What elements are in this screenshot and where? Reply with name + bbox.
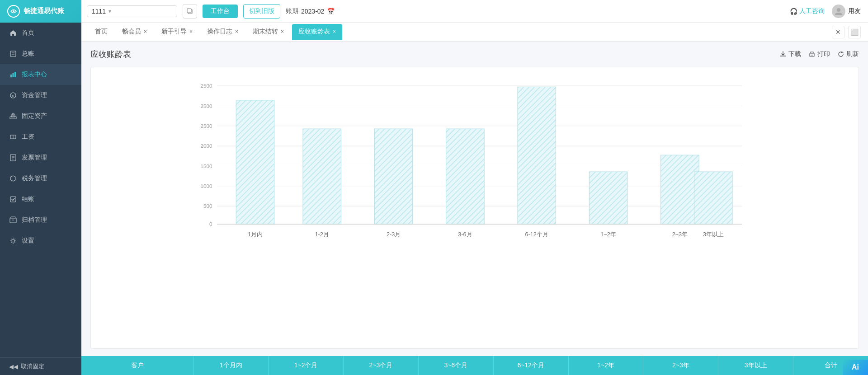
- svg-text:500: 500: [203, 203, 212, 209]
- svg-text:1500: 1500: [201, 163, 212, 169]
- tab-bar: 首页 畅会员 × 新手引导 × 操作日志 × 期末结转 × 应收账龄表 ×: [81, 23, 868, 42]
- sidebar-item-assets[interactable]: 固定资产: [0, 106, 81, 127]
- tab-close-member[interactable]: ×: [144, 28, 147, 35]
- sidebar-item-settings[interactable]: 设置: [0, 230, 81, 251]
- tab-close-ar-aging[interactable]: ×: [333, 28, 336, 35]
- sidebar-item-salary[interactable]: 工资: [0, 127, 81, 147]
- ai-button[interactable]: Ai: [843, 360, 868, 375]
- avatar: [832, 5, 845, 18]
- svg-point-3: [837, 8, 840, 12]
- tab-close-guide[interactable]: ×: [189, 28, 193, 35]
- svg-text:2500: 2500: [201, 103, 212, 109]
- page-content: 应收账龄表 下载: [81, 42, 868, 356]
- tab-label-ar-aging: 应收账龄表: [298, 28, 330, 36]
- page-title: 应收账龄表: [90, 49, 131, 60]
- print-label: 打印: [817, 50, 830, 58]
- svg-text:2~3年: 2~3年: [672, 231, 688, 238]
- th-1-2month: 1~2个月: [269, 356, 344, 375]
- pin-icon: ◀◀: [9, 363, 18, 370]
- company-selector[interactable]: 1111 ▾: [87, 5, 177, 17]
- assets-icon: [9, 112, 17, 120]
- svg-text:2500: 2500: [201, 83, 212, 89]
- svg-text:1000: 1000: [201, 183, 212, 189]
- tab-home[interactable]: 首页: [89, 24, 114, 40]
- svg-point-0: [13, 10, 14, 12]
- service-button[interactable]: 🎧 人工咨询: [790, 7, 825, 15]
- svg-rect-9: [14, 72, 16, 77]
- sidebar-item-invoice[interactable]: 发票管理: [0, 147, 81, 168]
- top-header: 畅捷通易代账 1111 ▾ 工作台 切到旧版 账期 2023-02 📅 🎧 人工…: [0, 0, 868, 23]
- th-2-3year: 2~3年: [643, 356, 718, 375]
- svg-rect-59: [694, 172, 732, 224]
- th-3yearplus: 3年以上: [718, 356, 793, 375]
- copy-button[interactable]: [183, 4, 197, 19]
- sidebar-item-home[interactable]: 首页: [0, 23, 81, 43]
- sidebar-label-funds: 资金管理: [22, 91, 47, 99]
- pin-toggle[interactable]: ◀◀ 取消固定: [0, 357, 81, 375]
- period-value: 2023-02: [301, 8, 324, 15]
- workbench-button[interactable]: 工作台: [203, 5, 238, 18]
- refresh-button[interactable]: 刷新: [837, 50, 859, 58]
- th-2-3month: 2~3个月: [344, 356, 419, 375]
- sidebar-label-home: 首页: [22, 29, 34, 37]
- switch-version-button[interactable]: 切到旧版: [243, 4, 280, 19]
- salary-icon: [9, 133, 17, 141]
- th-1month: 1个月内: [193, 356, 269, 375]
- print-icon: [808, 51, 816, 58]
- tab-guide[interactable]: 新手引导 ×: [155, 24, 199, 40]
- sidebar-item-ledger[interactable]: 总账: [0, 43, 81, 64]
- funds-icon: ¥: [9, 91, 17, 99]
- sidebar-item-tax[interactable]: 税务管理: [0, 168, 81, 189]
- th-customer: 客户: [81, 356, 193, 375]
- tab-period-end[interactable]: 期末结转 ×: [246, 24, 290, 40]
- checkout-icon: [9, 195, 17, 203]
- svg-rect-22: [10, 218, 16, 223]
- svg-text:1-2月: 1-2月: [315, 231, 329, 238]
- content-area: 首页 畅会员 × 新手引导 × 操作日志 × 期末结转 × 应收账龄表 ×: [81, 23, 868, 375]
- download-icon: [779, 51, 787, 58]
- tab-label-period-end: 期末结转: [253, 28, 278, 36]
- sidebar-label-assets: 固定资产: [22, 112, 47, 120]
- sidebar-label-checkout: 结账: [22, 195, 34, 203]
- download-button[interactable]: 下载: [779, 50, 801, 58]
- header-right: 🎧 人工咨询 用友: [790, 5, 861, 18]
- download-label: 下载: [788, 50, 801, 58]
- user-area[interactable]: 用友: [832, 5, 861, 18]
- maximize-tab-button[interactable]: ⬜: [848, 26, 861, 38]
- tab-close-period-end[interactable]: ×: [281, 28, 284, 35]
- main-layout: 首页 总账 报表中心 ¥ 资金管理 固定资产: [0, 23, 868, 375]
- refresh-label: 刷新: [846, 50, 859, 58]
- bar-chart: 2500 2500 2500 2000 1500 1000 500 0: [100, 76, 849, 248]
- tab-member[interactable]: 畅会员 ×: [116, 24, 153, 40]
- tab-label-member: 畅会员: [122, 28, 141, 36]
- tab-close-oplog[interactable]: ×: [235, 28, 238, 35]
- settings-icon: [9, 237, 17, 245]
- tab-label-oplog: 操作日志: [207, 28, 232, 36]
- svg-text:3年以上: 3年以上: [703, 231, 724, 238]
- svg-rect-53: [518, 87, 556, 224]
- svg-text:0: 0: [209, 221, 212, 227]
- svg-rect-49: [374, 129, 412, 224]
- sidebar-item-archive[interactable]: 归档管理: [0, 210, 81, 230]
- logo-icon: [7, 5, 20, 18]
- tab-ar-aging[interactable]: 应收账龄表 ×: [292, 24, 342, 40]
- tab-bar-actions: ✕ ⬜: [832, 26, 861, 38]
- company-name: 1111: [92, 8, 106, 15]
- sidebar-item-checkout[interactable]: 结账: [0, 189, 81, 210]
- sidebar-item-reports[interactable]: 报表中心: [0, 64, 81, 85]
- sidebar-label-settings: 设置: [22, 237, 34, 245]
- calendar-icon[interactable]: 📅: [327, 8, 335, 15]
- tab-label-home: 首页: [95, 28, 108, 36]
- print-button[interactable]: 打印: [808, 50, 830, 58]
- close-tab-button[interactable]: ✕: [832, 26, 844, 38]
- headset-icon: 🎧: [790, 8, 797, 15]
- sidebar-item-funds[interactable]: ¥ 资金管理: [0, 85, 81, 106]
- svg-rect-55: [589, 172, 627, 224]
- svg-rect-21: [10, 197, 16, 202]
- tab-oplog[interactable]: 操作日志 ×: [201, 24, 245, 40]
- svg-rect-2: [187, 9, 191, 13]
- th-6-12month: 6~12个月: [494, 356, 569, 375]
- user-name: 用友: [848, 7, 861, 15]
- sidebar-label-salary: 工资: [22, 133, 34, 141]
- svg-rect-51: [446, 129, 484, 224]
